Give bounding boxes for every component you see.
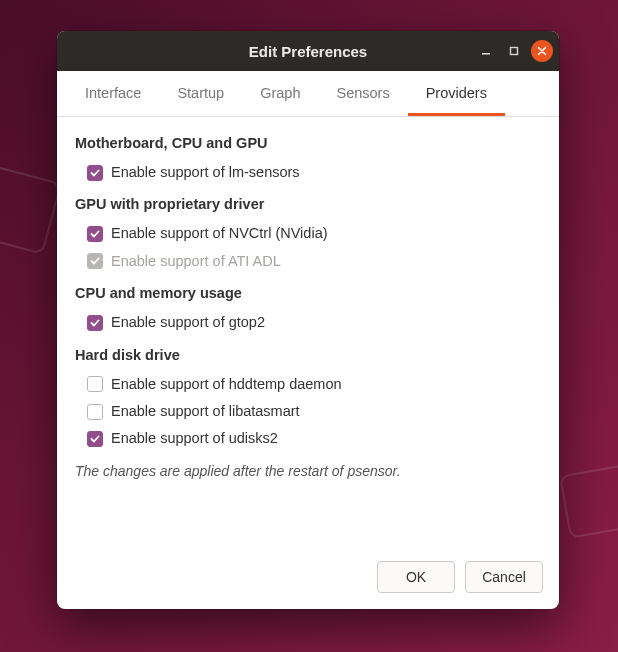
svg-rect-1 — [511, 48, 518, 55]
row-nvctrl: Enable support of NVCtrl (NVidia) — [75, 220, 541, 247]
close-icon — [537, 46, 547, 56]
section-heading-gpu-proprietary: GPU with proprietary driver — [75, 196, 541, 212]
svg-rect-0 — [482, 53, 490, 55]
dialog-button-row: OK Cancel — [57, 549, 559, 609]
row-gtop2: Enable support of gtop2 — [75, 309, 541, 336]
restart-note: The changes are applied after the restar… — [75, 463, 541, 479]
tab-startup[interactable]: Startup — [159, 71, 242, 116]
row-udisks2: Enable support of udisks2 — [75, 425, 541, 452]
label-ati-adl: Enable support of ATI ADL — [111, 253, 281, 270]
close-button[interactable] — [531, 40, 553, 62]
maximize-icon — [508, 45, 520, 57]
tab-graph[interactable]: Graph — [242, 71, 318, 116]
cancel-button[interactable]: Cancel — [465, 561, 543, 593]
tab-interface[interactable]: Interface — [67, 71, 159, 116]
label-udisks2: Enable support of udisks2 — [111, 430, 278, 447]
checkbox-nvctrl[interactable] — [87, 226, 103, 242]
row-ati-adl: Enable support of ATI ADL — [75, 248, 541, 275]
label-lm-sensors: Enable support of lm-sensors — [111, 164, 300, 181]
ok-button[interactable]: OK — [377, 561, 455, 593]
row-libatasmart: Enable support of libatasmart — [75, 398, 541, 425]
tab-content-providers: Motherboard, CPU and GPU Enable support … — [57, 117, 559, 549]
label-libatasmart: Enable support of libatasmart — [111, 403, 300, 420]
window-controls — [475, 31, 553, 71]
label-hddtemp: Enable support of hddtemp daemon — [111, 376, 342, 393]
minimize-icon — [480, 45, 492, 57]
checkbox-udisks2[interactable] — [87, 431, 103, 447]
tab-providers[interactable]: Providers — [408, 71, 505, 116]
section-heading-mobo: Motherboard, CPU and GPU — [75, 135, 541, 151]
section-heading-cpu-mem: CPU and memory usage — [75, 285, 541, 301]
check-icon — [90, 256, 100, 266]
checkbox-ati-adl — [87, 253, 103, 269]
check-icon — [90, 229, 100, 239]
maximize-button[interactable] — [503, 40, 525, 62]
row-lm-sensors: Enable support of lm-sensors — [75, 159, 541, 186]
row-hddtemp: Enable support of hddtemp daemon — [75, 371, 541, 398]
preferences-window: Edit Preferences Interface Startup Graph… — [57, 31, 559, 609]
window-title: Edit Preferences — [249, 43, 367, 60]
check-icon — [90, 434, 100, 444]
minimize-button[interactable] — [475, 40, 497, 62]
checkbox-lm-sensors[interactable] — [87, 165, 103, 181]
checkbox-hddtemp[interactable] — [87, 376, 103, 392]
section-heading-hdd: Hard disk drive — [75, 347, 541, 363]
tab-bar: Interface Startup Graph Sensors Provider… — [57, 71, 559, 117]
checkbox-gtop2[interactable] — [87, 315, 103, 331]
check-icon — [90, 318, 100, 328]
tab-sensors[interactable]: Sensors — [318, 71, 407, 116]
check-icon — [90, 168, 100, 178]
checkbox-libatasmart[interactable] — [87, 404, 103, 420]
window-titlebar: Edit Preferences — [57, 31, 559, 71]
label-gtop2: Enable support of gtop2 — [111, 314, 265, 331]
label-nvctrl: Enable support of NVCtrl (NVidia) — [111, 225, 328, 242]
